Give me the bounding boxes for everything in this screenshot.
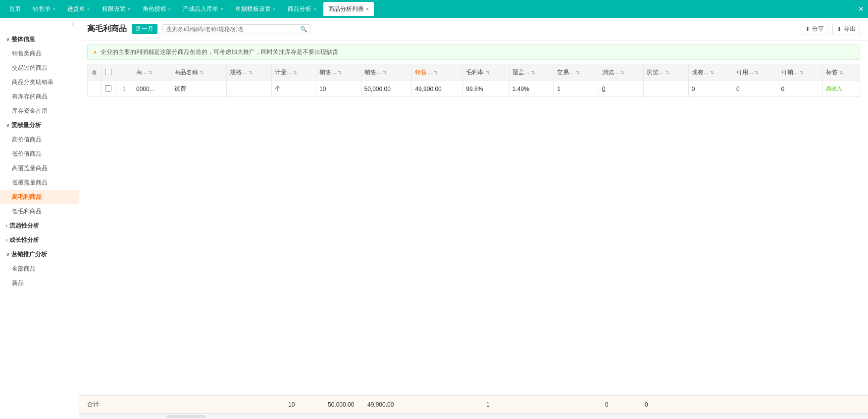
col-header-tag[interactable]: 标签 ⇅	[823, 64, 860, 81]
horizontal-scrollbar[interactable]	[79, 413, 868, 419]
cell-sale-qty: 10	[316, 81, 361, 97]
scrollbar-thumb[interactable]	[166, 415, 206, 418]
col-header-settings[interactable]: ⚙	[88, 64, 102, 81]
tab-close-icon[interactable]: ×	[366, 6, 369, 12]
sidebar-item-in-stock-goods[interactable]: 有库存的商品	[0, 90, 79, 104]
tab-close-icon[interactable]: ×	[168, 6, 171, 12]
cell-spec	[227, 81, 271, 97]
col-header-code[interactable]: 商... ⇅	[133, 64, 171, 81]
sidebar-group-overall[interactable]: ∨ 整体信息	[0, 32, 79, 47]
content-area: 高毛利商品 近一月 🔍 ⬆ 分享 ⬇ 导出 ✦ 企业的主要的利润都是这部分商品创…	[79, 18, 868, 419]
col-header-available[interactable]: 可用... ⇅	[733, 64, 778, 81]
tab-purchase-order[interactable]: 进货单 ×	[62, 2, 95, 16]
sidebar-item-category-rate[interactable]: 商品分类助销率	[0, 75, 79, 90]
footer-cell-empty1	[116, 401, 130, 408]
cell-current: 0	[688, 81, 733, 97]
cell-available: 0	[733, 81, 778, 97]
sidebar-group-contribution[interactable]: ∨ 贡献量分析	[0, 118, 79, 133]
footer-browse1	[523, 401, 562, 408]
tab-close-icon[interactable]: ×	[52, 6, 55, 12]
tab-close-icon[interactable]: ×	[273, 6, 276, 12]
tab-product-analysis-list[interactable]: 商品分析列表 ×	[323, 2, 374, 16]
tab-close-icon[interactable]: ×	[313, 6, 316, 12]
share-icon: ⬆	[805, 26, 810, 33]
sort-icon: ⇅	[249, 70, 253, 75]
col-header-saleable[interactable]: 可销... ⇅	[778, 64, 822, 81]
search-box: 🔍	[162, 24, 311, 34]
tab-sales-order[interactable]: 销售单 ×	[28, 2, 60, 16]
sidebar-item-inventory-capital[interactable]: 库存资金占用	[0, 104, 79, 118]
cell-sale-amt: 50,000.00	[361, 81, 412, 97]
cell-transaction: 1	[554, 81, 599, 97]
sidebar-item-traded-goods[interactable]: 交易过的商品	[0, 61, 79, 75]
share-button[interactable]: ⬆ 分享	[801, 23, 828, 35]
sidebar-item-high-margin[interactable]: 高毛利商品	[0, 190, 79, 204]
tab-close-icon[interactable]: ×	[220, 6, 223, 12]
close-all-tabs-icon[interactable]: ✕	[858, 5, 864, 13]
tab-template-settings[interactable]: 单据模板设置 ×	[230, 2, 281, 16]
sidebar-group-growth[interactable]: › 成长性分析	[0, 233, 79, 247]
col-header-current[interactable]: 现有... ⇅	[688, 64, 733, 81]
col-header-name[interactable]: 商品名称 ⇅	[171, 64, 227, 81]
tab-product-inbound[interactable]: 产成品入库单 ×	[178, 2, 228, 16]
tab-role-auth[interactable]: 角色授权 ×	[138, 2, 176, 16]
select-all-checkbox[interactable]	[105, 69, 111, 75]
sort-icon: ⇅	[531, 70, 535, 75]
tab-close-icon[interactable]: ×	[87, 6, 90, 12]
footer-cell-spec	[231, 401, 260, 408]
col-header-coverage[interactable]: 覆盖... ⇅	[509, 64, 554, 81]
col-header-unit[interactable]: 计量... ⇅	[271, 64, 316, 81]
cell-browse1[interactable]: 0	[599, 81, 643, 97]
main-layout: 《 ∨ 整体信息 销售类商品 交易过的商品 商品分类助销率 有库存的商品 库存资…	[0, 18, 868, 419]
sidebar-collapse-button[interactable]: 《	[0, 18, 79, 32]
footer-coverage	[444, 401, 483, 408]
col-header-spec[interactable]: 规格... ⇅	[227, 64, 271, 81]
sort-icon: ⇅	[800, 70, 804, 75]
col-header-sale-profit[interactable]: 销售... ⇅	[412, 64, 463, 81]
cell-code: 0000...	[133, 81, 171, 97]
sort-icon: ⇅	[710, 70, 714, 75]
sort-icon: ⇅	[383, 70, 387, 75]
footer-cells: 10 50,000.00 49,900.00 1 0 0	[116, 401, 860, 408]
export-button[interactable]: ⬇ 导出	[832, 23, 860, 35]
sidebar-item-low-margin[interactable]: 低毛利商品	[0, 204, 79, 219]
row-checkbox[interactable]	[105, 85, 111, 92]
sort-icon: ⇅	[200, 70, 204, 75]
footer-available: 0	[642, 401, 681, 408]
data-table: ⚙ 商... ⇅ 商品名称 ⇅	[87, 64, 860, 97]
col-header-sale-qty[interactable]: 销售... ⇅	[316, 64, 361, 81]
col-header-sale-amt[interactable]: 销售... ⇅	[361, 64, 412, 81]
col-header-transaction[interactable]: 交易... ⇅	[554, 64, 599, 81]
col-header-browse1[interactable]: 浏览... ⇅	[599, 64, 643, 81]
tab-permission-settings[interactable]: 权限设置 ×	[97, 2, 136, 16]
cell-name: 运费	[171, 81, 227, 97]
footer-total: 合计: 10 50,000.00 49,900.00 1 0 0	[79, 395, 868, 413]
sidebar-item-new-goods[interactable]: 新品	[0, 276, 79, 290]
cell-check[interactable]	[102, 81, 115, 97]
sidebar-item-low-coverage[interactable]: 低覆盖量商品	[0, 176, 79, 190]
search-icon[interactable]: 🔍	[300, 26, 307, 33]
sidebar-item-low-value[interactable]: 低价值商品	[0, 147, 79, 161]
sidebar-item-all-goods[interactable]: 全部商品	[0, 262, 79, 276]
col-header-browse2[interactable]: 浏览... ⇅	[644, 64, 688, 81]
group-expand-icon: ∨	[6, 37, 9, 42]
tab-home[interactable]: 首页	[4, 2, 26, 16]
footer-browse2	[562, 401, 602, 408]
sidebar-item-high-value[interactable]: 高价值商品	[0, 133, 79, 147]
total-label: 合计:	[87, 400, 112, 409]
sidebar-item-high-coverage[interactable]: 高覆盖量商品	[0, 161, 79, 176]
sort-icon: ⇅	[576, 70, 580, 75]
footer-cell-empty3	[144, 401, 161, 408]
sidebar-item-sales-goods[interactable]: 销售类商品	[0, 47, 79, 61]
time-filter-button[interactable]: 近一月	[132, 24, 157, 34]
sidebar-group-marketing[interactable]: ∨ 营销推广分析	[0, 247, 79, 262]
tab-close-icon[interactable]: ×	[128, 6, 131, 12]
sidebar-group-trend[interactable]: › 流趋性分析	[0, 219, 79, 233]
col-header-gross-margin[interactable]: 毛利率 ⇅	[463, 64, 510, 81]
tab-product-analysis[interactable]: 商品分析 ×	[283, 2, 321, 16]
cell-browse2	[644, 81, 688, 97]
sort-icon: ⇅	[665, 70, 669, 75]
search-input[interactable]	[166, 26, 298, 33]
table-row: 1 0000... 运费 个 10 50,000.00 49,900.00 99…	[88, 81, 860, 97]
sidebar: 《 ∨ 整体信息 销售类商品 交易过的商品 商品分类助销率 有库存的商品 库存资…	[0, 18, 79, 419]
